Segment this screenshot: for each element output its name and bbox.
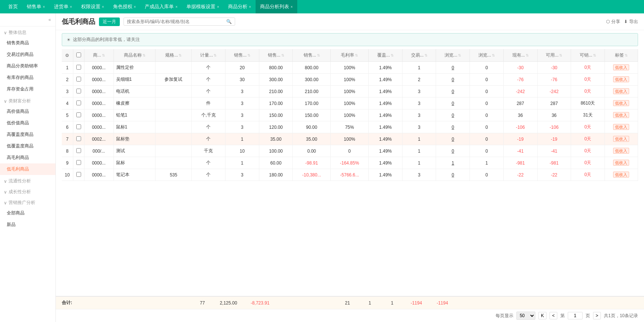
nav-item-角色授权[interactable]: 角色授权× <box>109 0 141 13</box>
sidebar-item-交易过的商品[interactable]: 交易过的商品 <box>0 49 55 60</box>
row-name: 测试 <box>113 145 156 157</box>
col-header-gross_rate[interactable]: 毛利率⇅ <box>330 49 368 62</box>
row-trade: 3 <box>402 109 436 121</box>
col-header-sale_qty[interactable]: 销售...⇅ <box>225 49 259 62</box>
settings-icon[interactable]: ⚙ <box>65 53 69 58</box>
nav-item-商品分析列表[interactable]: 商品分析列表× <box>256 0 297 13</box>
sidebar-item-低毛利商品[interactable]: 低毛利商品 <box>0 163 55 175</box>
row-saleable: 8610天 <box>571 98 605 109</box>
row-select-checkbox[interactable] <box>76 112 81 117</box>
col-header-tag[interactable]: 标签⇅ <box>605 49 638 62</box>
share-icon: ⬡ <box>606 19 610 24</box>
row-select-checkbox[interactable] <box>76 124 81 129</box>
col-header-trade[interactable]: 交易...⇅ <box>402 49 436 62</box>
row-saleable: 0天 <box>571 86 605 98</box>
col-header-name[interactable]: 商品名称⇅ <box>113 49 156 62</box>
sidebar-item-低覆盖度商品[interactable]: 低覆盖度商品 <box>0 140 55 152</box>
col-header-browse2[interactable]: 浏览...⇅ <box>470 49 504 62</box>
sidebar-group-整体信息[interactable]: ∨ 整体信息 <box>0 26 55 37</box>
row-checkbox[interactable] <box>73 109 84 121</box>
row-checkbox[interactable] <box>73 157 84 169</box>
col-header-current_stock[interactable]: 现有...⇅ <box>503 49 537 62</box>
row-num: 5 <box>62 109 73 121</box>
col-header-saleable[interactable]: 可销...⇅ <box>571 49 605 62</box>
row-current-stock: -30 <box>503 62 537 74</box>
share-button[interactable]: ⬡ 分享 <box>606 19 620 25</box>
row-select-checkbox[interactable] <box>76 160 81 165</box>
row-select-checkbox[interactable] <box>76 148 81 153</box>
row-select-checkbox[interactable] <box>76 65 81 70</box>
col-header-sale_price[interactable]: 销售...⇅ <box>259 49 293 62</box>
page-input[interactable] <box>568 312 583 319</box>
sidebar-group-成长性分析[interactable]: ∨ 成长性分析 <box>0 186 55 197</box>
nav-item-产成品入库单[interactable]: 产成品入库单× <box>140 0 182 13</box>
row-browse1-link[interactable]: 0 <box>452 113 454 118</box>
col-header-sale_profit[interactable]: 销售...⇅ <box>293 49 330 62</box>
sidebar-item-新品[interactable]: 新品 <box>0 219 55 230</box>
chevron-down-icon: ∨ <box>4 189 7 195</box>
sidebar-item-库存资金占用[interactable]: 库存资金占用 <box>0 83 55 95</box>
row-checkbox[interactable] <box>73 121 84 133</box>
sidebar-item-高覆盖度商品[interactable]: 高覆盖度商品 <box>0 129 55 140</box>
col-header-browse1[interactable]: 浏览...⇅ <box>436 49 470 62</box>
row-browse1-link[interactable]: 0 <box>452 125 454 130</box>
row-checkbox[interactable] <box>73 74 84 86</box>
col-header-code[interactable]: 商...⇅ <box>84 49 113 62</box>
next-page-btn[interactable]: > <box>593 312 601 319</box>
row-code: 0000... <box>84 169 113 181</box>
row-browse1-link[interactable]: 0 <box>452 89 454 94</box>
row-checkbox[interactable] <box>73 169 84 181</box>
select-all-checkbox[interactable] <box>76 52 81 57</box>
row-checkbox[interactable] <box>73 133 84 145</box>
nav-item-单据模板设置[interactable]: 单据模板设置× <box>182 0 224 13</box>
sidebar-group-类财富分析[interactable]: ∨ 类财富分析 <box>0 95 55 106</box>
nav-item-商品分析[interactable]: 商品分析× <box>224 0 256 13</box>
row-browse1-link[interactable]: 0 <box>452 172 454 178</box>
row-checkbox[interactable] <box>73 145 84 157</box>
sidebar-collapse-btn[interactable]: « <box>47 16 52 24</box>
row-browse1-link[interactable]: 0 <box>452 137 454 142</box>
nav-item-权限设置[interactable]: 权限设置× <box>77 0 109 13</box>
row-select-checkbox[interactable] <box>76 101 81 105</box>
table-header: ⚙商...⇅商品名称⇅规格...⇅计量...⇅销售...⇅销售...⇅销售...… <box>62 49 638 62</box>
filter-btn[interactable]: 近一月 <box>99 17 120 26</box>
row-select-checkbox[interactable] <box>76 77 81 82</box>
row-select-checkbox[interactable] <box>76 172 81 177</box>
row-browse1-link[interactable]: 0 <box>452 101 454 106</box>
search-icon[interactable]: 🔍 <box>226 19 232 24</box>
row-browse1-link[interactable]: 0 <box>452 65 454 70</box>
row-checkbox[interactable] <box>73 62 84 74</box>
row-browse1-link[interactable]: 0 <box>452 77 454 82</box>
row-checkbox[interactable] <box>73 98 84 109</box>
row-select-checkbox[interactable] <box>76 89 81 93</box>
sidebar-item-低价值商品[interactable]: 低价值商品 <box>0 117 55 129</box>
prev-page-btn[interactable]: < <box>550 312 557 319</box>
sidebar-item-销售类商品[interactable]: 销售类商品 <box>0 37 55 49</box>
search-input[interactable] <box>127 19 226 24</box>
total-cell-9: -1194 <box>403 300 429 306</box>
row-checkbox[interactable] <box>73 86 84 98</box>
sidebar-item-高毛利商品[interactable]: 高毛利商品 <box>0 152 55 163</box>
first-page-btn[interactable]: K <box>538 312 547 319</box>
sidebar-item-高价值商品[interactable]: 高价值商品 <box>0 106 55 117</box>
row-browse1-link[interactable]: 0 <box>452 149 454 154</box>
sidebar-item-商品分类助销率[interactable]: 商品分类助销率 <box>0 60 55 72</box>
sidebar-item-全部商品[interactable]: 全部商品 <box>0 207 55 219</box>
sidebar-group-流通性分析[interactable]: ∨ 流通性分析 <box>0 175 55 186</box>
nav-item-进货单[interactable]: 进货单× <box>49 0 77 13</box>
table-row: 20000...吴细细1参加复试个30300.00300.00100%1.49%… <box>62 74 638 86</box>
row-browse1-link[interactable]: 1 <box>452 160 454 166</box>
row-spec: 535 <box>156 169 192 181</box>
export-button[interactable]: ⬇ 导出 <box>624 19 638 25</box>
nav-item-销售单[interactable]: 销售单× <box>22 0 49 13</box>
col-header-spec[interactable]: 规格...⇅ <box>156 49 192 62</box>
sidebar-item-有库存的商品[interactable]: 有库存的商品 <box>0 72 55 83</box>
col-header-unit[interactable]: 计量...⇅ <box>192 49 225 62</box>
per-page-select[interactable]: 50 100 200 <box>516 312 535 320</box>
row-select-checkbox[interactable] <box>76 136 81 141</box>
col-header-available[interactable]: 可用...⇅ <box>537 49 571 62</box>
nav-item-首页[interactable]: 首页 <box>4 0 22 13</box>
col-header-coverage[interactable]: 覆盖...⇅ <box>369 49 403 62</box>
sidebar-group-营销推广分析[interactable]: ∨ 营销推广分析 <box>0 197 55 207</box>
row-trade: 2 <box>402 74 436 86</box>
